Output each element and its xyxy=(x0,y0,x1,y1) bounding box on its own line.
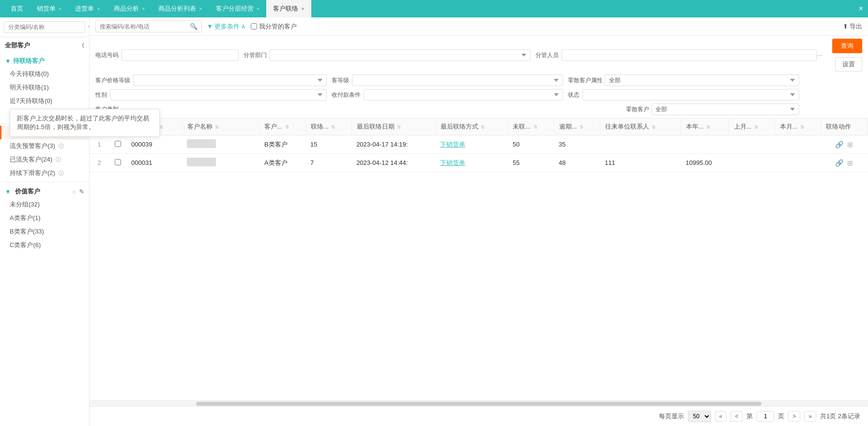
sidebar-item-b-class[interactable]: B类客户(33) xyxy=(0,225,89,238)
nav-sales[interactable]: 销货单 × xyxy=(30,0,68,17)
sort-overdue-icon[interactable]: ⇅ xyxy=(579,124,583,130)
prev-page-button[interactable]: < xyxy=(731,411,743,422)
nav-product-analysis-list[interactable]: 商品分析列表 × xyxy=(152,0,209,17)
scrollbar-thumb[interactable] xyxy=(196,402,761,406)
nav-customer-contact[interactable]: 客户联络 × xyxy=(266,0,311,17)
export-button[interactable]: ⬆ 导出 xyxy=(843,22,862,31)
total-records: 共1页 2条记录 xyxy=(820,412,860,421)
close-customer-tier-icon[interactable]: × xyxy=(257,6,259,12)
sidebar-item-a-class[interactable]: A类客户(1) xyxy=(0,211,89,225)
close-purchase-icon[interactable]: × xyxy=(97,6,100,12)
sidebar-item-today[interactable]: 今天待联络(0) xyxy=(0,67,89,81)
sort-contact-icon[interactable]: ⇅ xyxy=(331,124,335,130)
lost-warn-info-icon[interactable]: ⓘ xyxy=(59,143,64,149)
sidebar-pending-group[interactable]: ▼ 待联络客户 xyxy=(0,54,89,67)
filter-person-dots[interactable]: ··· xyxy=(817,51,822,59)
sort-contacts-person-icon[interactable]: ⇅ xyxy=(652,124,655,130)
th-type: 客户... ⇅ xyxy=(259,118,305,135)
sidebar-search-input[interactable] xyxy=(4,21,85,33)
td-name-1 xyxy=(182,135,259,154)
next-page-button[interactable]: > xyxy=(788,411,800,422)
filter-dept-select[interactable] xyxy=(270,49,531,61)
value-group-edit-icon[interactable]: ✎ xyxy=(79,188,84,195)
td-contacts-2: 111 xyxy=(600,154,681,172)
last-method-link-2[interactable]: 下销货单 xyxy=(440,159,465,166)
value-group-circle-icon[interactable]: ○ xyxy=(72,188,76,195)
close-product-analysis-list-icon[interactable]: × xyxy=(199,6,202,12)
close-sales-icon[interactable]: × xyxy=(59,6,61,12)
sort-code-icon[interactable]: ⇅ xyxy=(159,124,163,130)
filter-retail-cust-select[interactable]: 全部 xyxy=(651,103,800,115)
sort-type-icon[interactable]: ⇅ xyxy=(285,124,289,130)
sidebar-item-declining[interactable]: 持续下滑客户(2) ⓘ xyxy=(0,166,89,180)
sort-this-month-icon[interactable]: ⇅ xyxy=(800,124,804,130)
search-submit-icon[interactable]: 🔍 xyxy=(190,23,198,30)
th-last-date: 最后联络日期 ⇅ xyxy=(351,118,435,135)
nav-home[interactable]: 首页 xyxy=(4,0,30,17)
filter-retail-attr-select[interactable]: 全部 xyxy=(605,74,799,86)
action-grid-icon-1[interactable]: ⊞ xyxy=(847,141,853,148)
sidebar-item-lost[interactable]: 已流失客户(24) ⓘ xyxy=(0,153,89,166)
filter-phone-input[interactable] xyxy=(122,49,239,61)
lost-info-icon[interactable]: ⓘ xyxy=(56,157,61,162)
filter-status-select[interactable] xyxy=(582,89,799,101)
my-customer-wrap: 我分管的客户 xyxy=(251,22,297,31)
sidebar-item-7days[interactable]: 近7天待联络(0) xyxy=(0,94,89,108)
search-input[interactable] xyxy=(100,23,188,30)
declining-info-icon[interactable]: ⓘ xyxy=(59,170,64,176)
filter-payment-cell: 收付款条件 xyxy=(332,89,563,101)
export-icon: ⬆ xyxy=(843,23,848,30)
close-customer-contact-icon[interactable]: × xyxy=(301,6,304,12)
page-size-select[interactable]: 50 xyxy=(688,411,711,422)
action-link-icon-1[interactable]: 🔗 xyxy=(835,141,843,148)
nav-product-analysis[interactable]: 商品分析 × xyxy=(107,0,152,17)
name-avatar-2 xyxy=(187,158,216,166)
sidebar-value-group[interactable]: ▼ 价值客户 ○ ✎ xyxy=(0,184,89,198)
sidebar-item-ungroup[interactable]: 未分组(32) xyxy=(0,198,89,211)
sidebar-item-tomorrow[interactable]: 明天待联络(1) xyxy=(0,81,89,94)
td-last-method-2: 下销货单 xyxy=(435,154,508,172)
top-nav: 首页 销货单 × 进货单 × 商品分析 × 商品分析列表 × 客户分层经营 × … xyxy=(0,0,868,17)
sort-this-year-icon[interactable]: ⇅ xyxy=(706,124,710,130)
filter-cust-grade-select[interactable] xyxy=(352,74,563,86)
sort-name-icon[interactable]: ⇅ xyxy=(215,124,219,130)
page-number-input[interactable] xyxy=(757,411,774,422)
filter-person-input[interactable] xyxy=(562,49,817,61)
sort-last-method-icon[interactable]: ⇅ xyxy=(481,124,485,130)
filter-retail-attr-cell: 零散客户属性 全部 xyxy=(568,74,799,86)
nav-purchase[interactable]: 进货单 × xyxy=(68,0,107,17)
table-row: 2 000031 A类客户 7 2023-04-12 14:44: 下销货单 xyxy=(90,154,868,172)
first-page-button[interactable]: « xyxy=(715,411,727,422)
filter-gender-select[interactable] xyxy=(110,89,327,101)
sidebar-item-lost-warn[interactable]: 流失预警客户(3) ⓘ xyxy=(0,139,89,153)
table-row: 1 000039 B类客户 15 2023-04-17 14:19: 下销货单 xyxy=(90,135,868,154)
page-suffix: 页 xyxy=(778,412,784,421)
sort-no-contact-icon[interactable]: ⇅ xyxy=(533,124,537,130)
last-page-button[interactable]: » xyxy=(804,411,816,422)
query-button[interactable]: 查询 xyxy=(832,39,862,53)
window-close-button[interactable]: × xyxy=(859,4,863,13)
more-filter-button[interactable]: ▼ 更多条件 ∧ xyxy=(207,22,246,31)
settings-button[interactable]: 设置 xyxy=(835,57,862,72)
collapse-icon[interactable]: 《 xyxy=(79,42,84,49)
action-grid-icon-2[interactable]: ⊞ xyxy=(847,159,853,167)
action-link-icon-2[interactable]: 🔗 xyxy=(835,159,843,167)
sidebar-search-icon[interactable]: 🔍 xyxy=(88,24,90,31)
td-action-1: 🔗 ⊞ xyxy=(821,135,868,154)
th-last-method: 最后联络方式 ⇅ xyxy=(435,118,508,135)
my-customer-checkbox[interactable] xyxy=(251,23,257,29)
sort-last-date-icon[interactable]: ⇅ xyxy=(397,124,401,130)
last-method-link-1[interactable]: 下销货单 xyxy=(440,141,465,148)
sidebar-all-customers[interactable]: 全部客户 《 xyxy=(0,37,89,54)
horizontal-scrollbar[interactable] xyxy=(90,400,868,406)
sidebar-divider-2 xyxy=(0,182,89,182)
sidebar-search-area: 🔍 xyxy=(0,17,89,37)
close-product-analysis-icon[interactable]: × xyxy=(142,6,145,12)
sidebar-item-c-class[interactable]: C类客户(6) xyxy=(0,238,89,252)
sort-last-month-icon[interactable]: ⇅ xyxy=(754,124,758,130)
filter-price-grade-select[interactable] xyxy=(133,74,327,86)
row-2-checkbox[interactable] xyxy=(115,159,121,165)
filter-payment-select[interactable] xyxy=(364,89,563,101)
nav-customer-tier[interactable]: 客户分层经营 × xyxy=(209,0,266,17)
row-1-checkbox[interactable] xyxy=(115,141,121,147)
